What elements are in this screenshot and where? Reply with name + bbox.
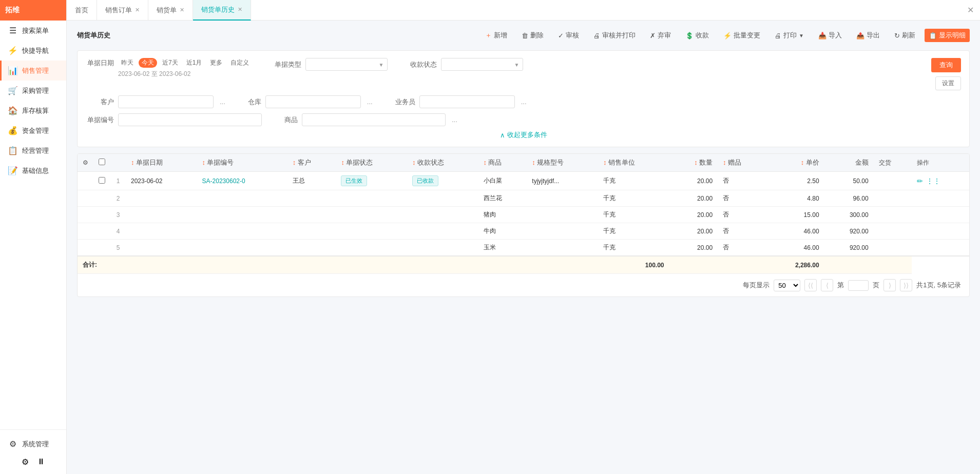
next-page-btn[interactable]: ⟩ xyxy=(883,279,896,291)
gear-cell xyxy=(78,190,93,207)
more-btn[interactable]: ⋮⋮ xyxy=(926,177,940,185)
query-button[interactable]: 查询 xyxy=(931,58,961,72)
sidebar-item-quick-nav[interactable]: ⚡ 快捷导航 xyxy=(0,41,66,61)
product-col-header[interactable]: ↕ 商品 xyxy=(478,154,527,172)
checkbox-cell[interactable] xyxy=(93,240,110,256)
delete-button[interactable]: 🗑 删除 xyxy=(516,29,549,42)
discard-button[interactable]: ✗ 弃审 xyxy=(645,29,676,42)
sidebar-bottom-icon1[interactable]: ⚙ xyxy=(22,457,29,467)
collectstatus-col-header[interactable]: ↕ 收款状态 xyxy=(407,154,478,172)
docno-cell[interactable] xyxy=(197,240,287,256)
add-button[interactable]: ＋ 新增 xyxy=(480,29,512,42)
sidebar-item-purchase[interactable]: 🛒 采购管理 xyxy=(0,81,66,101)
set-button[interactable]: 设置 xyxy=(935,76,961,90)
select-all-checkbox[interactable] xyxy=(99,159,105,165)
tab-delivery-history[interactable]: 销货单历史 ✕ xyxy=(193,0,251,21)
shortcut-today[interactable]: 今天 xyxy=(139,58,157,68)
gift-col-header[interactable]: ↕ 赠品 xyxy=(718,154,766,172)
customer-dots[interactable]: ... xyxy=(220,98,225,106)
date-col-header[interactable]: ↕ 单据日期 xyxy=(126,154,197,172)
amount-col-header[interactable]: 金额 xyxy=(824,154,874,172)
refresh-button[interactable]: ↻ 刷新 xyxy=(889,29,920,42)
shortcut-yesterday[interactable]: 昨天 xyxy=(118,58,137,68)
shortcut-more[interactable]: 更多 xyxy=(207,58,225,68)
customer-cell xyxy=(287,207,336,223)
collapse-up-icon: ∧ xyxy=(500,131,505,139)
gear-cell xyxy=(78,223,93,240)
unitprice-col-header[interactable]: ↕ 单价 xyxy=(766,154,824,172)
customer-col-header[interactable]: ↕ 客户 xyxy=(287,154,336,172)
sidebar-item-inventory[interactable]: 🏠 库存核算 xyxy=(0,101,66,121)
customer-input[interactable] xyxy=(118,95,214,108)
docno-col-header[interactable]: ↕ 单据编号 xyxy=(197,154,287,172)
tab-sales-order[interactable]: 销售订单 ✕ xyxy=(97,0,148,21)
last-page-btn[interactable]: ⟩⟩ xyxy=(900,279,912,291)
customer-cell xyxy=(287,240,336,256)
doc-no-input[interactable] xyxy=(118,113,262,126)
page-number-input[interactable]: 1 xyxy=(848,280,869,291)
warehouse-dots[interactable]: ... xyxy=(367,98,373,106)
sidebar-item-sales[interactable]: 📊 销售管理 xyxy=(0,61,66,81)
import-button[interactable]: 📥 导入 xyxy=(813,29,847,42)
prev-page-btn[interactable]: ⟨ xyxy=(821,279,833,291)
tab-delivery-close[interactable]: ✕ xyxy=(180,7,184,13)
salesperson-input[interactable] xyxy=(419,95,515,108)
tab-delivery[interactable]: 销货单 ✕ xyxy=(148,0,193,21)
first-page-btn[interactable]: ⟨⟨ xyxy=(804,279,817,291)
collect-button[interactable]: 💲 收款 xyxy=(680,29,714,42)
checkbox-cell[interactable] xyxy=(93,172,110,190)
print-button[interactable]: 🖨 打印 ▼ xyxy=(770,29,809,42)
close-all-tabs[interactable]: ✕ xyxy=(961,5,980,15)
checkbox-col-header[interactable] xyxy=(93,154,110,172)
search-menu-icon: ☰ xyxy=(8,26,18,35)
quick-nav-icon: ⚡ xyxy=(8,46,18,55)
table-header: ⚙ ↕ 单据日期 ↕ 单据编号 ↕ 客户 ↕ 单据状态 ↕ 收款状态 ↕ 商品 … xyxy=(78,154,969,172)
docno-cell[interactable] xyxy=(197,223,287,240)
audit-print-button[interactable]: 🖨 审核并打印 xyxy=(588,29,641,42)
tab-delivery-history-close[interactable]: ✕ xyxy=(238,6,242,13)
doc-type-select[interactable] xyxy=(305,58,388,71)
batch-change-button[interactable]: ⚡ 批量变更 xyxy=(718,29,765,42)
shortcut-custom[interactable]: 自定义 xyxy=(227,58,252,68)
tab-home[interactable]: 首页 xyxy=(67,0,97,21)
sidebar-item-basic-info[interactable]: 📝 基础信息 xyxy=(0,161,66,181)
sidebar-item-operations[interactable]: 📋 经营管理 xyxy=(0,141,66,161)
product-dots[interactable]: ... xyxy=(452,116,457,124)
unit-col-header[interactable]: ↕ 销售单位 xyxy=(598,154,669,172)
salesperson-dots[interactable]: ... xyxy=(521,98,527,106)
page-size-select[interactable]: 50 20 100 xyxy=(774,280,800,291)
checkbox-cell[interactable] xyxy=(93,223,110,240)
gear-col-header[interactable]: ⚙ xyxy=(78,154,93,172)
doc-type-select-wrapper xyxy=(305,58,388,71)
edit-btn[interactable]: ✏ xyxy=(917,177,923,185)
checkbox-cell[interactable] xyxy=(93,190,110,207)
qty-col-header[interactable]: ↕ 数量 xyxy=(669,154,718,172)
shortcut-1month[interactable]: 近1月 xyxy=(183,58,205,68)
gear-cell xyxy=(78,240,93,256)
docstatus-cell xyxy=(336,240,407,256)
sidebar-item-search-menu[interactable]: ☰ 搜索菜单 xyxy=(0,21,66,41)
sort-docstatus-icon: ↕ xyxy=(341,159,344,166)
row-checkbox[interactable] xyxy=(99,177,105,184)
spec-col-header[interactable]: ↕ 规格型号 xyxy=(527,154,598,172)
add-icon: ＋ xyxy=(485,31,492,40)
collapse-button[interactable]: ∧ 收起更多条件 xyxy=(86,130,961,140)
checkbox-cell[interactable] xyxy=(93,207,110,223)
sidebar-item-sys-mgmt[interactable]: ⚙ 系统管理 xyxy=(0,434,66,454)
product-input[interactable] xyxy=(302,113,446,126)
export-button[interactable]: 📤 导出 xyxy=(851,29,885,42)
page-header: 销货单历史 ＋ 新增 🗑 删除 ✓ 审核 🖨 审核并打印 xyxy=(77,29,970,42)
audit-button[interactable]: ✓ 审核 xyxy=(553,29,584,42)
shortcut-7days[interactable]: 近7天 xyxy=(159,58,181,68)
show-details-button[interactable]: 📋 显示明细 xyxy=(925,29,970,42)
warehouse-input[interactable] xyxy=(265,95,361,108)
sidebar-item-finance[interactable]: 💰 资金管理 xyxy=(0,121,66,141)
date-cell xyxy=(126,223,197,240)
docno-cell[interactable] xyxy=(197,190,287,207)
collect-status-select[interactable] xyxy=(441,58,523,71)
tab-sales-order-close[interactable]: ✕ xyxy=(135,7,140,13)
docstatus-col-header[interactable]: ↕ 单据状态 xyxy=(336,154,407,172)
docno-cell[interactable]: SA-20230602-0 xyxy=(197,172,287,190)
docno-cell[interactable] xyxy=(197,207,287,223)
sidebar-bottom-icon2[interactable]: ⏸ xyxy=(37,457,45,467)
